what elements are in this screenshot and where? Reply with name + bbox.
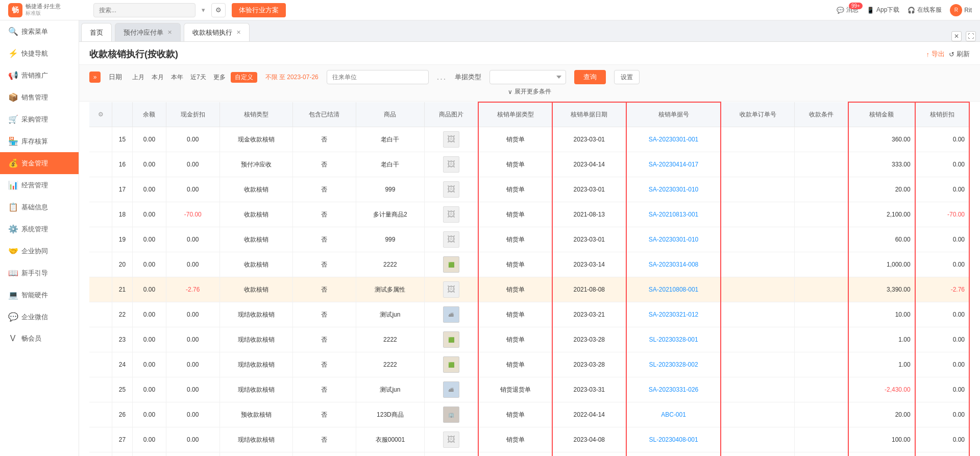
date-custom-button[interactable]: 自定义 xyxy=(231,72,257,83)
sidebar-item-finance[interactable]: 💰 资金管理 xyxy=(0,152,79,174)
message-notification[interactable]: 💬 消息 99+ xyxy=(837,6,859,14)
column-settings-icon[interactable]: ⚙ xyxy=(93,107,108,122)
cell-settings[interactable] xyxy=(89,402,112,427)
search-dropdown-arrow[interactable]: ▾ xyxy=(202,6,205,14)
cell-settings[interactable] xyxy=(89,252,112,277)
date-more[interactable]: 更多 xyxy=(211,72,228,83)
date-last-7-days[interactable]: 近7天 xyxy=(188,72,208,83)
sidebar-item-hardware[interactable]: 💻 智能硬件 xyxy=(0,284,79,306)
export-button[interactable]: ↑ 导出 xyxy=(926,50,945,59)
tab-writeoff[interactable]: 收款核销执行 ✕ xyxy=(184,23,250,41)
bill-no-link[interactable]: SL-20230328-001 xyxy=(649,336,698,343)
cell-settings[interactable] xyxy=(89,177,112,202)
sidebar-item-sales[interactable]: 📦 销售管理 xyxy=(0,86,79,108)
th-settings[interactable]: ⚙ xyxy=(89,102,112,127)
cell-cash-discount: 0.00 xyxy=(166,402,219,427)
cell-settings[interactable] xyxy=(89,302,112,327)
close-window-button[interactable]: ✕ xyxy=(951,31,962,41)
bill-no-link[interactable]: SL-20230328-002 xyxy=(649,361,698,368)
expand-more-button[interactable]: ∨ 展开更多条件 xyxy=(508,87,551,96)
cell-bill-no[interactable]: SA-20230331-026 xyxy=(626,377,721,402)
sidebar-item-search[interactable]: 🔍 搜索菜单 xyxy=(0,20,79,42)
sidebar-item-marketing[interactable]: 📢 营销推广 xyxy=(0,64,79,86)
bill-no-link[interactable]: SA-20210808-001 xyxy=(649,286,698,293)
user-profile[interactable]: R Rit xyxy=(950,4,972,16)
from-unit-input[interactable] xyxy=(327,70,429,84)
sidebar-item-guide[interactable]: 📖 新手引导 xyxy=(0,262,79,284)
sidebar-item-cooperation[interactable]: 🤝 企业协同 xyxy=(0,240,79,262)
cell-settings[interactable] xyxy=(89,152,112,177)
date-this-year[interactable]: 本年 xyxy=(169,72,185,83)
cell-bill-no[interactable]: SA-20210813-001 xyxy=(626,202,721,227)
refresh-icon: ↺ xyxy=(949,51,954,58)
cell-settings[interactable] xyxy=(89,352,112,377)
settings-gear-button[interactable]: ⚙ xyxy=(211,3,226,17)
cell-bill-no[interactable]: SA-20230301-010 xyxy=(626,177,721,202)
sidebar-item-operations[interactable]: 📊 经营管理 xyxy=(0,174,79,196)
cell-goods-img: 🟩 xyxy=(425,452,478,457)
online-service-link[interactable]: 🎧 在线客服 xyxy=(908,6,942,14)
sidebar-item-system[interactable]: ⚙️ 系统管理 xyxy=(0,218,79,240)
setting-button[interactable]: 设置 xyxy=(614,70,640,84)
tab-prepay-close[interactable]: ✕ xyxy=(167,29,172,36)
bill-no-link[interactable]: SA-20230331-026 xyxy=(649,386,698,393)
date-this-month[interactable]: 本月 xyxy=(150,72,166,83)
bill-no-link[interactable]: SL-20230408-001 xyxy=(649,436,698,443)
bill-no-link[interactable]: SA-20230321-012 xyxy=(649,311,698,318)
sidebar-item-purchase[interactable]: 🛒 采购管理 xyxy=(0,108,79,130)
cell-settings[interactable] xyxy=(89,277,112,302)
tab-prepay[interactable]: 预付冲应付单 ✕ xyxy=(115,23,181,41)
cell-settings[interactable] xyxy=(89,427,112,452)
app-download-link[interactable]: 📱 App下载 xyxy=(867,6,899,14)
bill-no-link[interactable]: SA-20210813-001 xyxy=(649,211,698,218)
bill-no-link[interactable]: SA-20230414-017 xyxy=(649,161,698,168)
refresh-label: 刷新 xyxy=(957,50,970,59)
table-row: 23 0.00 0.00 现结收款核销 否 2222 🟩 销货单 2023-03… xyxy=(89,327,969,352)
cell-settings[interactable] xyxy=(89,377,112,402)
sidebar-item-basics[interactable]: 📋 基础信息 xyxy=(0,196,79,218)
cell-bill-no[interactable]: SL-20230328-002 xyxy=(626,352,721,377)
query-button[interactable]: 查询 xyxy=(574,70,606,84)
bill-no-link[interactable]: SA-20230301-001 xyxy=(649,136,698,143)
sidebar-item-quicknav[interactable]: ⚡ 快捷导航 xyxy=(0,42,79,64)
cell-bill-no[interactable]: SL-20230418-001 xyxy=(626,452,721,457)
cell-cash-discount: 0.00 xyxy=(166,177,219,202)
bill-no-link[interactable]: ABC-001 xyxy=(661,411,686,418)
cell-settings[interactable] xyxy=(89,327,112,352)
date-last-month[interactable]: 上月 xyxy=(130,72,146,83)
table-wrapper[interactable]: ⚙ 余额 现金折扣 核销类型 包含已结清 商品 商品图片 核销单据类型 核销单据… xyxy=(79,102,980,456)
cell-bill-type: 销货单 xyxy=(478,427,552,452)
cell-bill-no[interactable]: ABC-001 xyxy=(626,402,721,427)
cell-settings[interactable] xyxy=(89,452,112,457)
cell-bill-no[interactable]: SA-20210808-001 xyxy=(626,277,721,302)
cell-bill-no[interactable]: SA-20230321-012 xyxy=(626,302,721,327)
refresh-button[interactable]: ↺ 刷新 xyxy=(949,50,970,59)
sidebar-item-vip[interactable]: V 畅会员 xyxy=(0,328,79,349)
cell-settings[interactable] xyxy=(89,202,112,227)
bill-type-select[interactable] xyxy=(489,70,566,84)
cell-settings[interactable] xyxy=(89,127,112,152)
trial-industry-button[interactable]: 体验行业方案 xyxy=(232,3,286,17)
table-row: 22 0.00 0.00 现结收款核销 否 测试jun 🏙 销货单 2023-0… xyxy=(89,302,969,327)
sidebar-item-inventory[interactable]: 🏪 库存核算 xyxy=(0,130,79,152)
tab-writeoff-close[interactable]: ✕ xyxy=(236,29,241,36)
maximize-window-button[interactable]: ⛶ xyxy=(966,31,976,41)
bill-no-link[interactable]: SA-20230301-010 xyxy=(649,186,698,193)
cell-bill-no[interactable]: SA-20230301-010 xyxy=(626,227,721,252)
top-search-input[interactable] xyxy=(93,3,195,17)
th-bill-date: 核销单据日期 xyxy=(552,102,626,127)
sidebar-label-basics: 基础信息 xyxy=(21,203,48,212)
bill-no-link[interactable]: SA-20230301-010 xyxy=(649,236,698,243)
cell-bill-no[interactable]: SA-20230414-017 xyxy=(626,152,721,177)
cell-bill-no[interactable]: SA-20230314-008 xyxy=(626,252,721,277)
bill-no-link[interactable]: SA-20230314-008 xyxy=(649,261,698,268)
purchase-icon: 🛒 xyxy=(8,114,17,124)
filter-expand-button[interactable]: » xyxy=(89,71,101,83)
cell-bill-no[interactable]: SL-20230328-001 xyxy=(626,327,721,352)
tab-home[interactable]: 首页 xyxy=(81,23,112,41)
cell-bill-no[interactable]: SA-20230301-001 xyxy=(626,127,721,152)
cell-balance: 0.00 xyxy=(133,177,166,202)
cell-bill-no[interactable]: SL-20230408-001 xyxy=(626,427,721,452)
sidebar-item-wechat[interactable]: 💬 企业微信 xyxy=(0,306,79,328)
cell-settings[interactable] xyxy=(89,227,112,252)
